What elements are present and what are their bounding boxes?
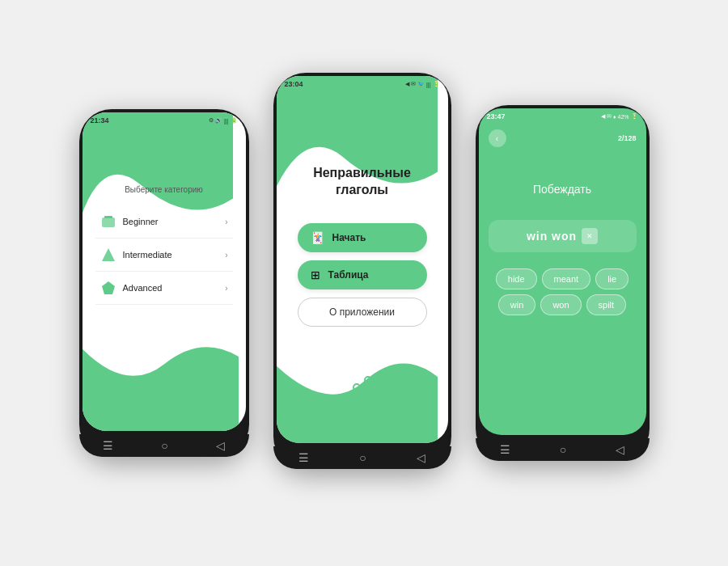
status-bar-phone2: 23:04 ◀✉🐦|||🔋: [277, 76, 448, 92]
answer-row: win won ✕: [489, 220, 637, 252]
intermediate-icon: [100, 247, 116, 263]
quiz-progress: 2/128: [618, 134, 637, 142]
bottom-nav-phone3: ☰ ○ ◁: [476, 438, 650, 461]
category-advanced[interactable]: Advanced ›: [95, 272, 233, 305]
svg-rect-1: [104, 216, 112, 218]
status-bar-phone1: 21:34 ⚙🔊|||🔋: [83, 112, 246, 129]
russian-word: Побеждать: [533, 183, 591, 196]
phone-1-screen: 21:34 ⚙🔊|||🔋 Выберите категорию Beginner: [83, 112, 246, 431]
nav-home-icon-2[interactable]: ○: [359, 451, 366, 464]
table-icon: ⊞: [311, 268, 320, 281]
app-title: Неправильные глаголы: [313, 165, 411, 199]
category-beginner[interactable]: Beginner ›: [95, 205, 233, 239]
svg-point-3: [365, 377, 371, 383]
option-meant[interactable]: meant: [542, 268, 591, 289]
beginner-label: Beginner: [123, 217, 159, 226]
beginner-arrow: ›: [225, 218, 227, 226]
delete-button[interactable]: ✕: [582, 228, 598, 244]
back-button[interactable]: ‹: [489, 129, 506, 147]
phone1-content: Выберите категорию Beginner ›: [83, 129, 246, 431]
svg-point-5: [353, 384, 360, 391]
intermediate-label: Intermediate: [123, 250, 172, 260]
phone-3: 23:47 ◀✉♦42%🔋 ‹ 2/128 Побеждать win won …: [476, 105, 650, 461]
status-icons-phone3: ◀✉♦42%🔋: [601, 113, 638, 120]
svg-marker-2: [102, 248, 115, 261]
nav-menu-icon-2[interactable]: ☰: [298, 451, 309, 464]
svg-point-4: [365, 391, 371, 398]
about-label: О приложении: [329, 306, 395, 318]
quiz-screen: 23:47 ◀✉♦42%🔋 ‹ 2/128 Побеждать win won …: [479, 108, 646, 435]
phone-2: 23:04 ◀✉🐦|||🔋 Неправильные глаголы 🃏 Нач…: [273, 73, 451, 469]
status-time-phone3: 23:47: [487, 112, 506, 120]
bottom-nav-phone1: ☰ ○ ◁: [79, 434, 249, 457]
advanced-icon: [100, 280, 116, 296]
nav-home-icon[interactable]: ○: [161, 439, 167, 452]
about-button[interactable]: О приложении: [298, 298, 427, 327]
option-hide[interactable]: hide: [496, 268, 537, 289]
option-spilt[interactable]: spilt: [586, 294, 627, 315]
advanced-label: Advanced: [123, 283, 163, 293]
svg-rect-0: [102, 218, 115, 227]
phone-2-screen: 23:04 ◀✉🐦|||🔋 Неправильные глаголы 🃏 Нач…: [277, 76, 448, 443]
status-time-phone1: 21:34: [91, 116, 109, 125]
phone-1: 21:34 ⚙🔊|||🔋 Выберите категорию Beginner: [79, 109, 249, 457]
option-win[interactable]: win: [498, 294, 536, 315]
status-bar-phone3: 23:47 ◀✉♦42%🔋: [479, 108, 646, 125]
nav-home-icon-3[interactable]: ○: [560, 443, 566, 456]
phone-3-screen: 23:47 ◀✉♦42%🔋 ‹ 2/128 Побеждать win won …: [479, 108, 646, 435]
option-won[interactable]: won: [540, 294, 581, 315]
nav-menu-icon[interactable]: ☰: [103, 439, 113, 452]
nav-back-icon-3[interactable]: ◁: [616, 443, 624, 456]
category-label: Выберите категорию: [95, 185, 233, 194]
option-lie[interactable]: lie: [595, 268, 629, 289]
answer-text: win won: [527, 230, 577, 243]
nav-back-icon[interactable]: ◁: [216, 439, 225, 452]
start-label: Начать: [332, 232, 366, 243]
share-icon[interactable]: [350, 375, 375, 399]
quiz-options: hide meant lie win won spilt: [489, 268, 637, 315]
start-button[interactable]: 🃏 Начать: [298, 223, 427, 252]
table-button[interactable]: ⊞ Таблица: [298, 260, 427, 289]
nav-back-icon-2[interactable]: ◁: [417, 451, 425, 464]
bottom-nav-phone2: ☰ ○ ◁: [273, 446, 451, 469]
beginner-icon: [100, 213, 116, 230]
advanced-arrow: ›: [225, 284, 227, 293]
share-icon-wrap: [350, 375, 375, 403]
svg-line-6: [360, 382, 365, 386]
quiz-header: ‹ 2/128: [479, 125, 646, 150]
table-label: Таблица: [328, 269, 369, 281]
status-icons-phone2: ◀✉🐦|||🔋: [405, 81, 439, 87]
svg-line-7: [360, 389, 365, 393]
intermediate-arrow: ›: [225, 251, 227, 260]
status-time-phone2: 23:04: [285, 80, 303, 88]
status-icons-phone1: ⚙🔊|||🔋: [209, 117, 237, 124]
start-icon: 🃏: [311, 231, 324, 244]
quiz-main: Побеждать win won ✕ hide meant lie: [479, 150, 646, 435]
nav-menu-icon-3[interactable]: ☰: [500, 443, 510, 456]
category-intermediate[interactable]: Intermediate ›: [95, 239, 233, 272]
